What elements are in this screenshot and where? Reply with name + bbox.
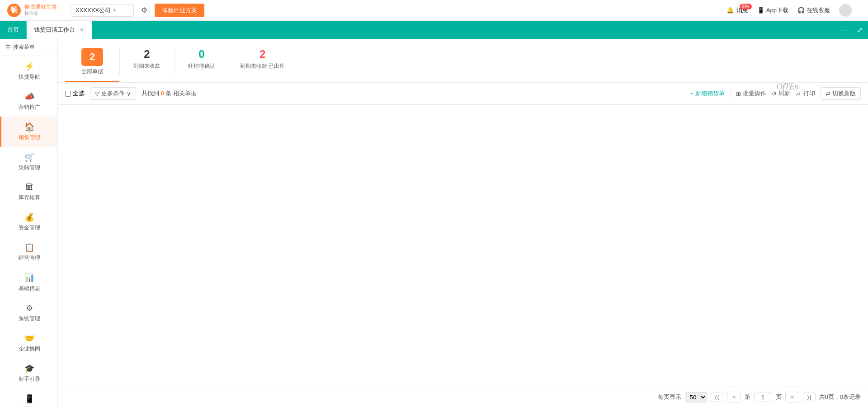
toolbar-divider <box>730 89 731 98</box>
company-selector[interactable]: XXXXXX公司 ▾ <box>71 4 134 17</box>
pagination: 每页显示 50 ⟨⟨ ＜ 第 页 ＞ ⟩⟩ 共0页，0条记录 <box>58 387 868 407</box>
sidebar-search[interactable]: ☰ 搜索菜单 <box>0 39 57 56</box>
add-sale-button[interactable]: + 新增销货单 <box>690 89 725 98</box>
often-watermark: OfTEn <box>777 82 798 92</box>
sales-icon: 🏠 <box>24 122 34 132</box>
found-text: 共找到 0 条 相关单据 <box>142 89 197 98</box>
sys-icon: ⚙ <box>26 303 33 313</box>
batch-button[interactable]: ⊞ 批量操作 <box>736 89 766 98</box>
inventory-icon: 🏛 <box>25 182 33 192</box>
page-label: 第 <box>745 393 750 401</box>
search-icon: ☰ <box>5 44 10 51</box>
base-icon: 📊 <box>24 273 34 283</box>
market-icon: 📣 <box>24 92 34 102</box>
nav-icon: ⚡ <box>24 61 34 71</box>
stat-label-overdue: 到期未收款 <box>133 62 160 70</box>
print-button[interactable]: 🖨 打印 <box>796 89 815 98</box>
found-count: 0 <box>161 90 164 97</box>
tab-workbench-label: 钱货日清工作台 <box>34 26 75 34</box>
logo-sub: 标准版 <box>24 10 57 17</box>
tab-home-label: 首页 <box>7 26 19 34</box>
stat-count-overdue: 2 <box>144 48 150 61</box>
stat-tab-shipped[interactable]: 2 到期未收款 已出库 <box>229 44 296 82</box>
chevron-down-icon: ▾ <box>113 8 116 13</box>
notification-area[interactable]: 🔔 消息 99+ <box>726 6 748 14</box>
stat-label-wangfu: 旺辅待确认 <box>188 62 215 70</box>
switch-version-button[interactable]: ⇄ 切换新版 <box>821 87 861 100</box>
main-layout: ☰ 搜索菜单 ⚡ 快捷导航 📣 营销推广 🏠 销售管理 🛒 采购管理 🏛 库存核… <box>0 39 868 407</box>
select-all-checkbox[interactable]: 全选 <box>65 89 85 98</box>
checkbox-input[interactable] <box>65 91 71 97</box>
settings-icon[interactable]: ⚙ <box>139 4 149 16</box>
switch-icon: ⇄ <box>826 90 830 97</box>
sidebar-item-app[interactable]: 📱 应用中心 <box>0 388 57 407</box>
sidebar-item-fund[interactable]: 💰 资金管理 <box>0 207 57 237</box>
prev-page-button[interactable]: ＜ <box>727 392 741 402</box>
page-suffix: 页 <box>776 393 782 401</box>
logo-area: 畅 畅捷通好生意 标准版 <box>7 4 65 17</box>
logo-text: 畅捷通好生意 <box>24 4 57 11</box>
fund-icon: 💰 <box>24 212 34 222</box>
sidebar-item-guide[interactable]: 🎓 新手引导 <box>0 358 57 388</box>
toolbar-right: + 新增销货单 ⊞ 批量操作 ↺ 刷新 🖨 打印 ⇄ 切换新版 <box>690 87 861 100</box>
bell-icon: 🔔 <box>726 7 734 14</box>
tab-maximize-button[interactable]: ⤢ <box>855 24 864 36</box>
total-label: 共0页，0条记录 <box>819 393 861 401</box>
logo-icon: 畅 <box>7 4 21 17</box>
stat-tab-wangfu[interactable]: 0 旺辅待确认 <box>175 44 229 82</box>
sidebar: ☰ 搜索菜单 ⚡ 快捷导航 📣 营销推广 🏠 销售管理 🛒 采购管理 🏛 库存核… <box>0 39 58 407</box>
tab-bar-actions: — ⤢ <box>840 24 868 36</box>
filter-icon: ▽ <box>95 90 99 97</box>
company-name: XXXXXX公司 <box>75 6 111 14</box>
chevron-down-icon: ∨ <box>127 90 131 97</box>
next-page-button[interactable]: ＞ <box>785 392 799 402</box>
header-left: 畅 畅捷通好生意 标准版 XXXXXX公司 ▾ ⚙ 体验行业方案 <box>7 4 204 17</box>
sidebar-item-management[interactable]: 📋 经营管理 <box>0 237 57 267</box>
notification-badge: 99+ <box>740 4 752 9</box>
table-area <box>58 105 868 387</box>
stat-count-wangfu: 0 <box>198 48 204 61</box>
guide-icon: 🎓 <box>24 364 34 374</box>
headset-icon: 🎧 <box>797 7 805 14</box>
batch-icon: ⊞ <box>736 90 741 97</box>
avatar[interactable] <box>839 4 852 17</box>
stat-tab-all[interactable]: 2 全部单据 <box>65 44 119 82</box>
sidebar-item-corp[interactable]: 🤝 企业协同 <box>0 328 57 358</box>
mgmt-icon: 📋 <box>24 243 34 253</box>
top-header: 畅 畅捷通好生意 标准版 XXXXXX公司 ▾ ⚙ 体验行业方案 🔔 消息 99… <box>0 0 868 21</box>
purchase-icon: 🛒 <box>24 152 34 162</box>
stats-tabs: 2 全部单据 2 到期未收款 0 旺辅待确认 2 到期未收款 已出库 <box>58 39 868 83</box>
last-page-button[interactable]: ⟩⟩ <box>803 393 816 402</box>
stat-count-all: 2 <box>81 48 103 66</box>
toolbar: 全选 ▽ 更多条件 ∨ 共找到 0 条 相关单据 + 新增销货单 ⊞ <box>58 83 868 105</box>
download-icon: 📱 <box>757 7 764 14</box>
stat-label-all: 全部单据 <box>81 68 103 75</box>
sidebar-item-quick-nav[interactable]: ⚡ 快捷导航 <box>0 56 57 86</box>
tab-minimize-button[interactable]: — <box>840 24 851 36</box>
sidebar-item-system[interactable]: ⚙ 系统管理 <box>0 298 57 328</box>
filter-button[interactable]: ▽ 更多条件 ∨ <box>90 87 136 100</box>
stat-label-shipped: 到期未收款 已出库 <box>240 62 285 70</box>
stat-tab-overdue[interactable]: 2 到期未收款 <box>120 44 174 82</box>
page-size-select[interactable]: 50 <box>685 392 707 402</box>
online-service[interactable]: 🎧 在线客服 <box>797 6 830 14</box>
refresh-icon: ↺ <box>772 90 777 97</box>
trial-button[interactable]: 体验行业方案 <box>155 4 204 17</box>
app-icon: 📱 <box>24 394 34 404</box>
page-input[interactable] <box>754 393 772 402</box>
tab-workbench[interactable]: 钱货日清工作台 ✕ <box>27 21 92 39</box>
tab-home[interactable]: 首页 <box>0 21 27 39</box>
stat-count-shipped: 2 <box>259 48 265 61</box>
first-page-button[interactable]: ⟨⟨ <box>711 393 723 402</box>
sidebar-item-marketing[interactable]: 📣 营销推广 <box>0 86 57 117</box>
tab-close-icon[interactable]: ✕ <box>80 27 84 33</box>
sidebar-item-purchase[interactable]: 🛒 采购管理 <box>0 147 57 177</box>
app-download[interactable]: 📱 App下载 <box>757 6 788 14</box>
sidebar-item-inventory[interactable]: 🏛 库存核算 <box>0 177 57 207</box>
sidebar-item-sales[interactable]: 🏠 销售管理 <box>0 117 57 147</box>
sidebar-item-base[interactable]: 📊 基础信息 <box>0 267 57 298</box>
corp-icon: 🤝 <box>24 333 34 343</box>
toolbar-left: 全选 ▽ 更多条件 ∨ 共找到 0 条 相关单据 <box>65 87 197 100</box>
tab-bar: 首页 钱货日清工作台 ✕ — ⤢ <box>0 21 868 39</box>
header-right: 🔔 消息 99+ 📱 App下载 🎧 在线客服 <box>726 4 861 17</box>
